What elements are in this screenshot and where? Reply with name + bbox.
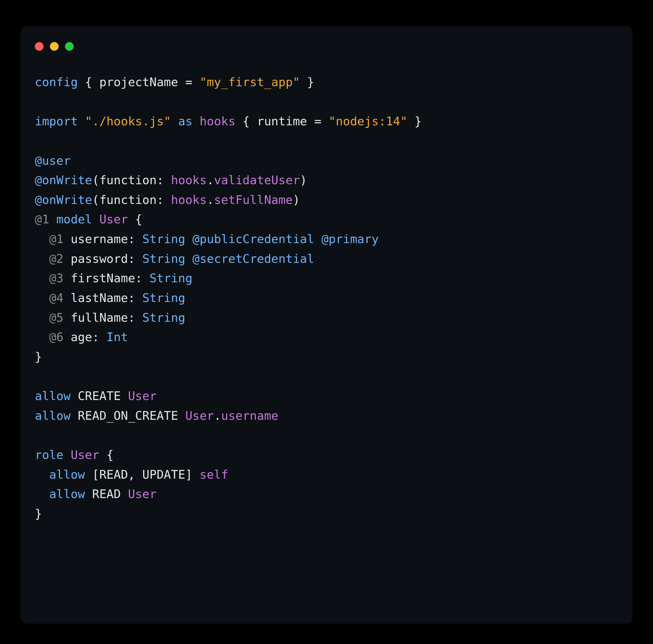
code-token: validateUser xyxy=(214,173,300,187)
code-line: @2 password: String @secretCredential xyxy=(35,252,314,266)
code-token: "nodejs:14" xyxy=(329,114,408,128)
code-token: username: xyxy=(64,232,143,246)
code-block: config { projectName = "my_first_app" } … xyxy=(35,73,618,524)
code-token: String xyxy=(142,291,185,305)
code-token: age: xyxy=(64,330,106,344)
code-token: User xyxy=(99,212,128,226)
code-token xyxy=(35,487,49,501)
code-token: @6 xyxy=(49,330,63,344)
code-token: @3 xyxy=(49,271,63,285)
code-token: allow xyxy=(35,389,71,403)
code-token: allow xyxy=(35,409,71,423)
code-token: allow xyxy=(49,487,85,501)
code-token: hooks xyxy=(171,193,207,207)
code-token: (function: xyxy=(92,193,171,207)
code-token: READ_ON_CREATE xyxy=(71,409,185,423)
code-line: @5 fullName: String xyxy=(35,311,185,325)
code-token: @1 xyxy=(49,232,63,246)
zoom-icon[interactable] xyxy=(65,42,74,51)
code-token: hooks xyxy=(171,173,207,187)
code-token: @1 xyxy=(35,212,49,226)
code-line: } xyxy=(35,350,42,364)
code-token: role xyxy=(35,448,64,462)
code-token: } xyxy=(300,75,314,89)
code-token: User xyxy=(71,448,99,462)
code-token: . xyxy=(207,193,214,207)
code-line: @3 firstName: String xyxy=(35,271,192,285)
code-token xyxy=(49,212,56,226)
code-token: User xyxy=(185,409,214,423)
code-token: READ xyxy=(85,487,128,501)
code-token: { runtime = xyxy=(235,114,329,128)
code-token: @primary xyxy=(321,232,379,246)
code-token: @user xyxy=(35,154,71,168)
code-token xyxy=(192,114,200,128)
minimize-icon[interactable] xyxy=(50,42,58,51)
code-token: ) xyxy=(293,193,300,207)
code-token: @secretCredential xyxy=(192,252,314,266)
code-line: role User { xyxy=(35,448,114,462)
code-token xyxy=(171,114,178,128)
code-line: @onWrite(function: hooks.setFullName) xyxy=(35,193,300,207)
code-token: { xyxy=(99,448,114,462)
code-token xyxy=(35,232,49,246)
code-token xyxy=(35,291,49,305)
code-token xyxy=(64,448,71,462)
code-token: (function: xyxy=(92,173,171,187)
code-token: config xyxy=(35,75,78,89)
code-token: password: xyxy=(64,252,143,266)
code-token: fullName: xyxy=(64,311,143,325)
code-line: @user xyxy=(35,154,71,168)
code-line: @1 model User { xyxy=(35,212,142,226)
code-token: User xyxy=(128,389,157,403)
code-token xyxy=(185,252,192,266)
code-token: String xyxy=(142,232,185,246)
code-token: as xyxy=(178,114,192,128)
code-token: [READ, UPDATE] xyxy=(85,468,200,481)
code-line: @4 lastName: String xyxy=(35,291,185,305)
code-token: { xyxy=(128,212,142,226)
code-token: String xyxy=(142,311,185,325)
code-token: "./hooks.js" xyxy=(85,114,171,128)
code-token xyxy=(35,468,49,481)
code-token: "my_first_app" xyxy=(200,75,300,89)
code-token: self xyxy=(200,468,228,481)
code-line: allow READ_ON_CREATE User.username xyxy=(35,409,278,423)
code-line: } xyxy=(35,507,42,521)
code-line: allow CREATE User xyxy=(35,389,157,403)
code-token xyxy=(35,330,49,344)
code-token: @5 xyxy=(49,311,63,325)
code-token: import xyxy=(35,114,78,128)
close-icon[interactable] xyxy=(35,42,44,51)
code-token: username xyxy=(221,409,278,423)
code-token: setFullName xyxy=(214,193,293,207)
code-token xyxy=(35,311,49,325)
code-token xyxy=(185,232,192,246)
code-token: { projectName = xyxy=(78,75,200,89)
code-token: Int xyxy=(106,330,128,344)
code-token: } xyxy=(35,350,42,364)
code-token: @2 xyxy=(49,252,63,266)
code-line: @6 age: Int xyxy=(35,330,128,344)
code-token: CREATE xyxy=(71,389,128,403)
code-token xyxy=(35,252,49,266)
code-token xyxy=(78,114,85,128)
code-token xyxy=(92,212,99,226)
code-line: config { projectName = "my_first_app" } xyxy=(35,75,314,89)
code-line: @onWrite(function: hooks.validateUser) xyxy=(35,173,307,187)
code-token: String xyxy=(149,271,192,285)
code-token: . xyxy=(214,409,221,423)
code-token: } xyxy=(408,114,422,128)
code-token: allow xyxy=(49,468,85,481)
code-token: String xyxy=(142,252,185,266)
code-token: lastName: xyxy=(64,291,143,305)
window-traffic-lights xyxy=(35,42,618,51)
code-line: allow READ User xyxy=(35,487,157,501)
code-token: } xyxy=(35,507,42,521)
code-token: hooks xyxy=(200,114,235,128)
code-token: model xyxy=(56,212,92,226)
code-token: @onWrite xyxy=(35,173,92,187)
code-line: allow [READ, UPDATE] self xyxy=(35,468,228,481)
code-line: import "./hooks.js" as hooks { runtime =… xyxy=(35,114,422,128)
code-line: @1 username: String @publicCredential @p… xyxy=(35,232,379,246)
